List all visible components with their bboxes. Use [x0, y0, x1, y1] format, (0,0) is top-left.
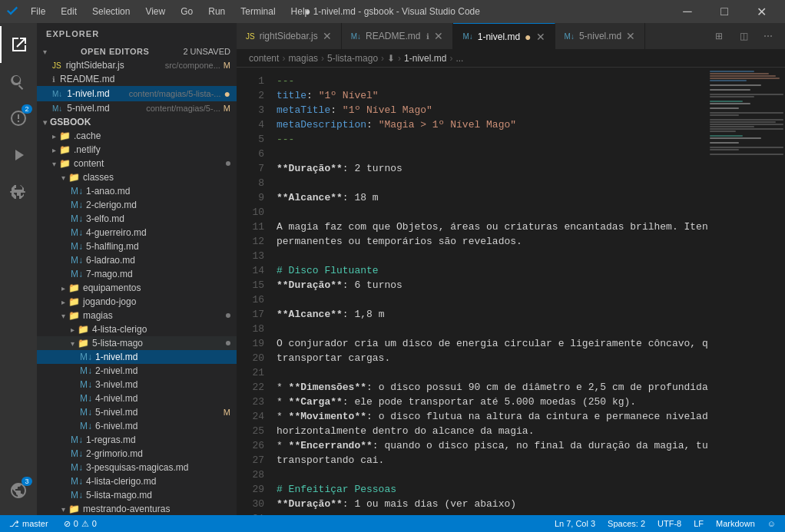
- file-name: 4-lista-clerigo.md: [86, 476, 156, 487]
- status-errors[interactable]: ⊘ 0 ⚠ 0: [61, 519, 100, 529]
- open-file-name: 5-nivel.md: [67, 103, 143, 114]
- open-file-name: README.md: [60, 74, 230, 84]
- tab-readme[interactable]: M↓ README.md ℹ ✕: [342, 23, 454, 49]
- status-encoding[interactable]: UTF-8: [654, 519, 684, 528]
- language-text: Markdown: [716, 519, 755, 528]
- breadcrumb-5lista-mago[interactable]: 5-lista-mago: [327, 53, 378, 64]
- folder-jogando[interactable]: ▸ 📁 jogando-jogo: [37, 295, 237, 309]
- branch-icon: ⎇: [9, 519, 19, 529]
- status-branch[interactable]: ⎇ master: [6, 519, 51, 529]
- more-actions-btn[interactable]: ⋯: [757, 25, 779, 47]
- tab-close[interactable]: ✕: [434, 30, 443, 42]
- breadcrumb-current[interactable]: 1-nivel.md: [404, 53, 446, 64]
- breadcrumb-content[interactable]: content: [249, 53, 279, 64]
- file-4guerreiro[interactable]: M↓ 4-guerreiro.md: [37, 226, 237, 240]
- status-language[interactable]: Markdown: [713, 519, 758, 528]
- breadcrumb-magias[interactable]: magias: [288, 53, 318, 64]
- activity-git[interactable]: 2: [0, 100, 37, 137]
- folder-mestrando[interactable]: ▾ 📁 mestrando-aventuras: [37, 502, 237, 515]
- tab-5nivel[interactable]: M↓ 5-nivel.md ✕: [555, 23, 646, 49]
- remote-badge: 3: [22, 477, 32, 486]
- folder-chevron: ▸: [52, 132, 56, 140]
- open-file-rightSidebar[interactable]: JS rightSidebar.js src/compone... M: [37, 58, 237, 72]
- folder-4-lista-clerigo[interactable]: ▸ 📁 4-lista-clerigo: [37, 322, 237, 336]
- file-7mago[interactable]: M↓ 7-mago.md: [37, 267, 237, 281]
- sidebar: EXPLORER ▾ OPEN EDITORS 2 UNSAVED JS rig…: [37, 23, 237, 515]
- md-icon: M↓: [80, 421, 92, 431]
- sidebar-content[interactable]: ▾ OPEN EDITORS 2 UNSAVED JS rightSidebar…: [37, 45, 237, 515]
- preview-btn[interactable]: ◫: [733, 25, 754, 47]
- file-6ladrao[interactable]: M↓ 6-ladrao.md: [37, 253, 237, 267]
- open-editors-header[interactable]: ▾ OPEN EDITORS 2 UNSAVED: [37, 45, 237, 58]
- folder-5-lista-mago[interactable]: ▾ 📁 5-lista-mago: [37, 336, 237, 350]
- file-name: 4-guerreiro.md: [86, 227, 147, 238]
- maximize-button[interactable]: □: [707, 0, 742, 23]
- file-name: 3-nivel.md: [95, 379, 137, 390]
- file-3elfo[interactable]: M↓ 3-elfo.md: [37, 212, 237, 226]
- menu-run[interactable]: Run: [202, 5, 231, 18]
- file-4nivel[interactable]: M↓ 4-nivel.md: [37, 392, 237, 405]
- folder-chevron: ▾: [52, 160, 56, 168]
- activity-run[interactable]: [0, 137, 37, 173]
- file-2grimorio[interactable]: M↓ 2-grimorio.md: [37, 447, 237, 461]
- tab-rightSidebar[interactable]: JS rightSidebar.js ✕: [237, 23, 342, 49]
- file-4lista-clerigo[interactable]: M↓ 4-lista-clerigo.md: [37, 474, 237, 488]
- activity-explorer[interactable]: [0, 26, 37, 63]
- activity-extensions[interactable]: [0, 173, 37, 210]
- open-file-1nivel[interactable]: M↓ 1-nivel.md content/magias/5-lista-...…: [37, 86, 237, 101]
- minimize-button[interactable]: ─: [670, 0, 705, 23]
- folder-netlify[interactable]: ▸ 📁 .netlify: [37, 143, 237, 157]
- status-eol[interactable]: LF: [691, 519, 707, 528]
- file-2nivel[interactable]: M↓ 2-nivel.md: [37, 364, 237, 378]
- gsbook-header[interactable]: ▾ GSBOOK: [37, 115, 237, 129]
- folder-cache[interactable]: ▸ 📁 .cache: [37, 129, 237, 143]
- status-spaces[interactable]: Spaces: 2: [604, 519, 648, 528]
- tab-1nivel[interactable]: M↓ 1-nivel.md ● ✕: [453, 23, 555, 49]
- split-editor-btn[interactable]: ⊞: [708, 25, 730, 47]
- tab-close[interactable]: ✕: [536, 31, 545, 43]
- file-name: 5-nivel.md: [95, 407, 137, 418]
- tab-close[interactable]: ✕: [323, 30, 332, 42]
- folder-equipamentos[interactable]: ▸ 📁 equipamentos: [37, 281, 237, 295]
- info-icon: ℹ: [52, 75, 55, 84]
- menu-edit[interactable]: Edit: [55, 5, 83, 18]
- code-content[interactable]: --- title: "1º Nível" metaTitle: "1º Nív…: [273, 68, 708, 515]
- tab-close[interactable]: ✕: [626, 30, 635, 42]
- folder-chevron: ▸: [71, 325, 75, 334]
- file-1anao[interactable]: M↓ 1-anao.md: [37, 184, 237, 198]
- breadcrumb-ellipsis[interactable]: ...: [455, 53, 463, 64]
- breadcrumb-sep: ›: [398, 53, 401, 64]
- menu-selection[interactable]: Selection: [86, 5, 136, 18]
- menu-go[interactable]: Go: [174, 5, 199, 18]
- file-5halfling[interactable]: M↓ 5-halfling.md: [37, 240, 237, 253]
- file-3nivel[interactable]: M↓ 3-nivel.md: [37, 378, 237, 392]
- menu-terminal[interactable]: Terminal: [234, 5, 281, 18]
- eol-text: LF: [694, 519, 704, 528]
- file-5nivel[interactable]: M↓ 5-nivel.md M: [37, 405, 237, 419]
- magias-dot: [226, 313, 230, 318]
- file-6nivel[interactable]: M↓ 6-nivel.md: [37, 419, 237, 433]
- activity-remote[interactable]: 3: [0, 472, 37, 509]
- sidebar-title: EXPLORER: [37, 23, 237, 45]
- folder-magias[interactable]: ▾ 📁 magias: [37, 309, 237, 322]
- menu-view[interactable]: View: [139, 5, 171, 18]
- folder-chevron: ▾: [61, 312, 65, 320]
- status-feedback[interactable]: ☺: [764, 519, 779, 528]
- folder-content[interactable]: ▾ 📁 content: [37, 157, 237, 170]
- folder-icon: 📁: [68, 504, 80, 514]
- file-3pesquisas[interactable]: M↓ 3-pesquisas-magicas.md: [37, 461, 237, 474]
- status-line-col[interactable]: Ln 7, Col 3: [551, 519, 598, 528]
- file-5lista-mago[interactable]: M↓ 5-lista-mago.md: [37, 488, 237, 502]
- close-button[interactable]: ✕: [744, 0, 779, 23]
- folder-icon: 📁: [78, 338, 89, 349]
- open-file-readme[interactable]: ℹ README.md: [37, 72, 237, 86]
- file-1nivel[interactable]: M↓ 1-nivel.md: [37, 350, 237, 364]
- file-1regras[interactable]: M↓ 1-regras.md: [37, 433, 237, 447]
- activity-search[interactable]: [0, 63, 37, 100]
- code-editor[interactable]: 1 2 3 4 5 6 7 8 9 10 11 12 13 14 15 16 1…: [237, 68, 785, 515]
- file-name: 2-clerigo.md: [86, 200, 137, 210]
- file-2clerigo[interactable]: M↓ 2-clerigo.md: [37, 198, 237, 212]
- open-file-5nivel[interactable]: M↓ 5-nivel.md content/magias/5-... M: [37, 101, 237, 115]
- menu-file[interactable]: File: [25, 5, 51, 18]
- folder-classes[interactable]: ▾ 📁 classes: [37, 170, 237, 184]
